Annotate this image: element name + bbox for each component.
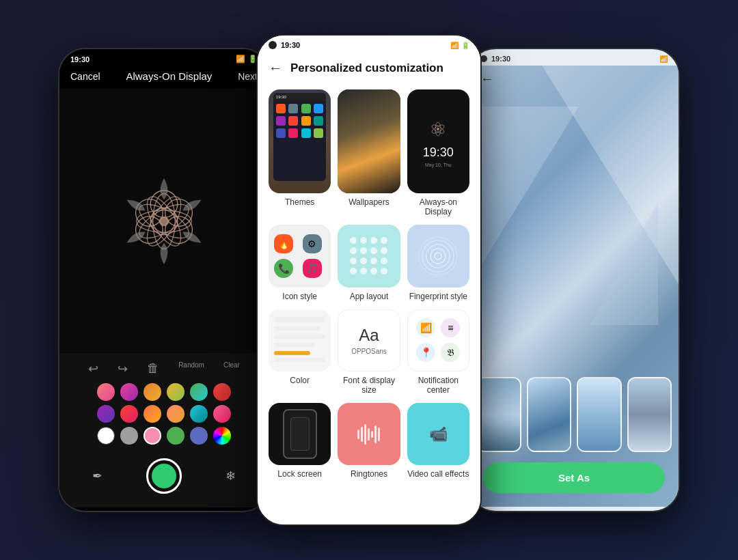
time-left: 19:30 xyxy=(70,55,90,64)
app-layout-card[interactable] xyxy=(338,225,400,287)
wallpaper-preview-2[interactable] xyxy=(527,377,572,452)
bottom-toolbar: ↩ ↪ 🗑 Random Clear xyxy=(59,353,269,507)
svg-point-12 xyxy=(159,216,169,225)
wallpaper-preview-3[interactable] xyxy=(577,377,622,452)
time-center: 19:30 xyxy=(281,41,300,49)
ringtones-card[interactable] xyxy=(338,403,400,465)
right-header: ← xyxy=(469,66,679,92)
icon-style-item[interactable]: 🔥 ⚙ 📞 🎵 Icon style xyxy=(269,225,331,300)
ringtones-item[interactable]: Ringtones xyxy=(338,403,400,479)
status-icons-left: 📶 🔋 xyxy=(236,55,258,64)
center-content: ← Personalized customization 19:30 xyxy=(258,52,480,520)
aod-label: Always-on Display xyxy=(407,197,469,216)
video-card[interactable]: 📹 xyxy=(407,403,469,465)
color-option[interactable] xyxy=(120,427,138,445)
color-option[interactable] xyxy=(144,383,161,401)
grid-row-3: Color Aa OPPOSans Font & display size xyxy=(269,309,469,395)
snowflake-art xyxy=(102,160,226,283)
aod-art-small xyxy=(424,115,452,143)
color-row-1 xyxy=(70,383,258,401)
draw-button[interactable]: ✒ xyxy=(92,468,102,484)
font-card[interactable]: Aa OPPOSans xyxy=(338,309,400,372)
aod-display xyxy=(59,89,269,353)
notification-icons: 📶 ≡ 📍 𝔅 xyxy=(411,313,465,367)
icon-style-label: Icon style xyxy=(282,292,317,301)
wallpapers-item[interactable]: Wallpapers xyxy=(338,89,400,216)
back-button-right[interactable]: ← xyxy=(480,71,494,87)
wifi-icon: 📶 xyxy=(416,318,435,337)
font-item[interactable]: Aa OPPOSans Font & display size xyxy=(338,309,400,395)
color-option[interactable] xyxy=(190,383,208,401)
mini-icon-4: 🎵 xyxy=(303,259,322,278)
svg-point-20 xyxy=(422,240,454,272)
icon-style-card[interactable]: 🔥 ⚙ 📞 🎵 xyxy=(269,225,331,287)
color-option[interactable] xyxy=(213,405,231,423)
lock-screen-card[interactable] xyxy=(269,403,331,465)
clear-button[interactable]: Clear xyxy=(223,361,240,376)
app-layout-item[interactable]: App layout xyxy=(338,225,400,300)
color-option[interactable] xyxy=(167,427,184,445)
random-label: Random xyxy=(178,361,204,376)
wallpaper-previews xyxy=(476,377,672,452)
wallpapers-card[interactable] xyxy=(338,89,400,193)
mini-icon-2: ⚙ xyxy=(303,234,322,253)
phone-center: 19:30 📶 🔋 ← Personalized customization xyxy=(256,34,482,526)
svg-point-17 xyxy=(435,253,441,260)
triangle-2 xyxy=(469,107,579,284)
color-option[interactable] xyxy=(144,405,161,423)
color-option[interactable] xyxy=(167,383,184,401)
toolbar-icons: ↩ ↪ 🗑 Random Clear xyxy=(70,361,258,376)
snowflake-button[interactable]: ❄ xyxy=(226,468,236,484)
color-item[interactable]: Color xyxy=(269,309,331,395)
color-option-selected[interactable] xyxy=(144,427,161,445)
grid-row-1: 19:30 xyxy=(269,89,469,216)
redo-button[interactable]: ↪ xyxy=(118,361,128,376)
aod-card[interactable]: 19:30 May 10, Thu xyxy=(407,89,469,193)
themes-item[interactable]: 19:30 xyxy=(269,89,331,216)
app-layout-dots xyxy=(343,230,394,281)
color-card[interactable] xyxy=(269,309,331,372)
color-option[interactable] xyxy=(97,405,115,423)
video-item[interactable]: 📹 Video call effects xyxy=(407,403,469,479)
color-option[interactable] xyxy=(97,383,115,401)
themes-card[interactable]: 19:30 xyxy=(269,89,331,193)
fingerprint-art xyxy=(418,236,459,277)
ringtone-wave xyxy=(357,424,380,445)
status-bar-right: 19:30 📶 xyxy=(469,49,679,66)
color-option[interactable] xyxy=(190,405,208,423)
status-bar-center: 19:30 📶 🔋 xyxy=(258,36,480,52)
color-row-2 xyxy=(70,405,258,423)
set-as-button[interactable]: Set As xyxy=(483,462,665,493)
color-option[interactable] xyxy=(120,405,138,423)
next-button[interactable]: Next xyxy=(238,71,258,82)
status-icons-right: 📶 xyxy=(659,55,668,63)
notification-item[interactable]: 📶 ≡ 📍 𝔅 xyxy=(407,309,469,395)
wallpaper-preview-1[interactable] xyxy=(476,377,521,452)
aod-screen-title: Always-On Display xyxy=(126,70,212,82)
color-picker-rainbow[interactable] xyxy=(213,427,231,445)
color-option[interactable] xyxy=(97,427,115,445)
bottom-actions: ✒ ❄ xyxy=(70,453,258,499)
aod-item[interactable]: 19:30 May 10, Thu Always-on Display xyxy=(407,89,469,216)
color-accent-bar xyxy=(274,351,310,355)
mini-icon-1: 🔥 xyxy=(274,234,293,253)
triangle-3 xyxy=(590,202,658,325)
capture-button[interactable] xyxy=(146,458,182,494)
color-option[interactable] xyxy=(120,383,138,401)
undo-button[interactable]: ↩ xyxy=(88,361,98,376)
mini-icon-3: 📞 xyxy=(274,259,293,278)
lock-screen-label: Lock screen xyxy=(277,469,322,479)
color-option[interactable] xyxy=(167,405,184,423)
fingerprint-item[interactable]: Fingerprint style xyxy=(407,225,469,300)
color-option[interactable] xyxy=(190,427,208,445)
wallpaper-preview-4[interactable] xyxy=(627,377,672,452)
fingerprint-card[interactable] xyxy=(407,225,469,287)
cancel-button[interactable]: Cancel xyxy=(70,71,100,82)
grid-row-4: Lock screen xyxy=(269,403,469,479)
back-button-center[interactable]: ← xyxy=(269,60,282,76)
notification-card[interactable]: 📶 ≡ 📍 𝔅 xyxy=(407,309,469,372)
color-option[interactable] xyxy=(213,383,231,401)
lock-screen-item[interactable]: Lock screen xyxy=(269,403,331,479)
svg-point-18 xyxy=(430,249,446,264)
delete-button[interactable]: 🗑 xyxy=(147,361,159,376)
